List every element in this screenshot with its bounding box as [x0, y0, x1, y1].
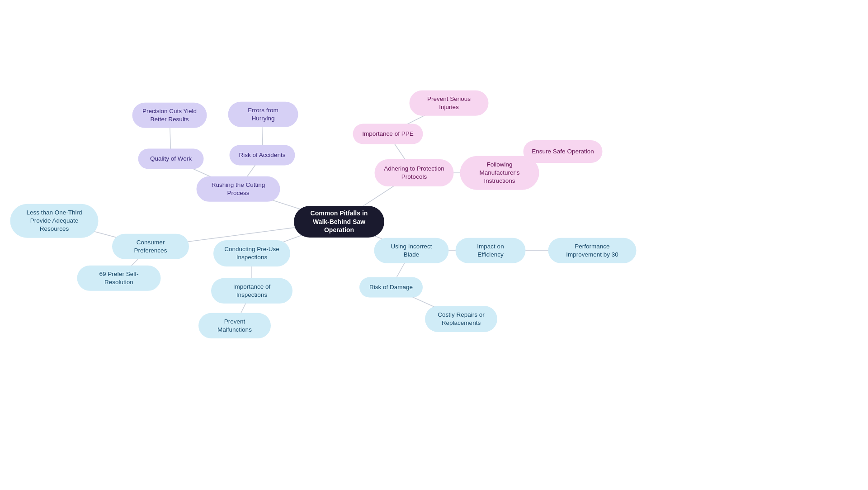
node-importance_insp: Importance of Inspections [211, 278, 292, 304]
mindmap-container: Common Pitfalls in Walk-Behind Saw Opera… [0, 0, 868, 490]
node-impact_eff: Impact on Efficiency [456, 238, 526, 263]
node-perf_improve: Performance Improvement by 30 [548, 238, 637, 263]
node-consumer_pref: Consumer Preferences [112, 234, 189, 259]
node-ppe: Importance of PPE [353, 124, 423, 144]
node-following: Following Manufacturer's Instructions [460, 156, 539, 190]
node-rushing: Rushing the Cutting Process [197, 176, 280, 202]
node-prevent_injuries: Prevent Serious Injuries [410, 90, 489, 116]
node-risk_accidents: Risk of Accidents [230, 145, 295, 166]
node-precision: Precision Cuts Yield Better Results [132, 103, 207, 128]
node-prefer_self: 69 Prefer Self-Resolution [77, 266, 161, 291]
center-node: Common Pitfalls in Walk-Behind Saw Opera… [294, 206, 384, 238]
node-ensure_safe: Ensure Safe Operation [524, 140, 603, 163]
node-less_than: Less than One-Third Provide Adequate Res… [10, 204, 99, 238]
node-quality: Quality of Work [138, 149, 204, 169]
node-costly: Costly Repairs or Replacements [425, 306, 497, 332]
node-risk_damage: Risk of Damage [359, 277, 423, 298]
node-errors: Errors from Hurrying [228, 102, 298, 127]
node-incorrect_blade: Using Incorrect Blade [374, 238, 449, 263]
node-adhering: Adhering to Protection Protocols [375, 159, 454, 186]
node-prevent_malf: Prevent Malfunctions [198, 313, 271, 338]
node-pre_use: Conducting Pre-Use Inspections [213, 240, 290, 266]
